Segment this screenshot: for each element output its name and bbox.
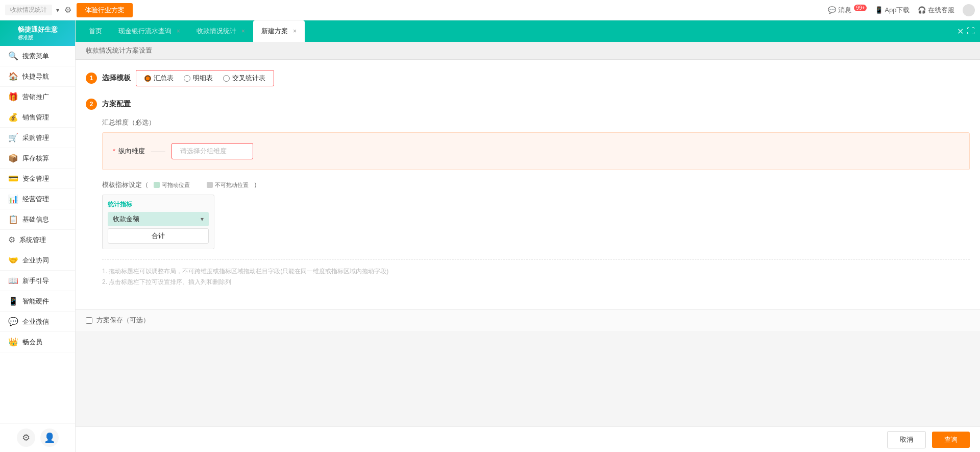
sidebar-label-finance: 资金管理 [22,174,49,183]
tab-bank-flow-close[interactable]: × [177,28,180,35]
trial-button[interactable]: 体验行业方案 [77,3,133,17]
sidebar-label-collab: 企业协同 [22,256,49,265]
indicator-section-label: 统计指标 [108,200,209,209]
sidebar-item-purchase[interactable]: 🛒 采购管理 [0,128,75,148]
radio-cross-input[interactable] [223,75,230,82]
radio-cross[interactable]: 交叉统计表 [223,74,265,83]
save-label: 方案保存（可选） [96,316,150,325]
section1-number: 1 [86,73,97,84]
download-item[interactable]: 📱 App下载 [875,6,910,15]
tips-section: 1. 拖动标题栏可以调整布局，不可跨维度或指标区域拖动栏目字段(只能在同一维度或… [102,259,970,287]
sidebar-settings-btn[interactable]: ⚙ [17,429,35,447]
box-icon: 📦 [8,153,18,163]
breadcrumb-dropdown[interactable]: ▾ [56,7,59,14]
indicator-card-collection[interactable]: 收款金额 ▾ [108,212,209,226]
save-checkbox[interactable] [86,317,92,324]
gear-icon[interactable]: ⚙ [64,5,71,15]
brand-subtitle: 标准版 [18,34,58,41]
sidebar-item-inventory[interactable]: 📦 库存核算 [0,148,75,169]
main-layout: 畅捷通好生意 标准版 🔍 搜索菜单 🏠 快捷导航 🎁 营销推广 💰 销售管理 🛒… [0,20,980,452]
no-drag-dot [207,182,213,188]
template-selection-box: 汇总表 明细表 交叉统计表 [136,70,274,86]
radio-detail-input[interactable] [184,75,190,82]
drag-label-text: 模板指标设定（ [102,180,149,189]
avatar[interactable] [963,4,975,16]
section2-header: 2 方案配置 [86,99,970,110]
sidebar-item-sales[interactable]: 💰 销售管理 [0,107,75,128]
page-content: 收款情况统计方案设置 1 选择模板 汇总表 [76,42,980,426]
top-bar-left: 收款情况统计 ▾ ⚙ 体验行业方案 [5,3,828,17]
sidebar-label-search: 搜索菜单 [22,52,49,61]
section2-number: 2 [86,99,97,110]
tab-home[interactable]: 首页 [81,20,110,42]
sidebar-item-quick-nav[interactable]: 🏠 快捷导航 [0,66,75,87]
indicator-chevron-icon[interactable]: ▾ [201,216,204,223]
sidebar-item-marketing[interactable]: 🎁 营销推广 [0,87,75,107]
drag-separator [195,180,202,189]
sidebar-label-inventory: 库存核算 [22,154,49,163]
cancel-button[interactable]: 取消 [887,431,926,448]
sidebar-item-system[interactable]: ⚙ 系统管理 [0,230,75,250]
sidebar-user-btn[interactable]: 👤 [40,429,59,447]
sidebar-item-operations[interactable]: 📊 经营管理 [0,189,75,209]
radio-cross-label: 交叉统计表 [232,74,265,83]
sidebar: 畅捷通好生意 标准版 🔍 搜索菜单 🏠 快捷导航 🎁 营销推广 💰 销售管理 🛒… [0,20,76,452]
indicator-card-area: 统计指标 收款金额 ▾ 合计 [102,195,214,249]
arrow-icon: —— [151,147,165,155]
radio-summary[interactable]: 汇总表 [144,74,174,83]
sidebar-label-system: 系统管理 [19,235,46,245]
service-item[interactable]: 🎧 在线客服 [918,6,954,15]
sidebar-bottom: ⚙ 👤 [0,423,75,452]
sidebar-item-guide[interactable]: 📖 新手引导 [0,271,75,291]
sidebar-item-base-info[interactable]: 📋 基础信息 [0,209,75,230]
drag-unmovable-label: 不可拖动位置 [215,181,249,189]
footer-save: 方案保存（可选） [76,309,980,331]
tab-bar: 首页 现金银行流水查询 × 收款情况统计 × 新建方案 × ✕ ⛶ [76,20,980,42]
indicator-total: 合计 [108,228,209,244]
page-header-text: 收款情况统计方案设置 [86,46,152,54]
search-icon: 🔍 [8,51,18,61]
phone-icon: 📱 [8,296,18,306]
crown-icon: 👑 [8,337,18,347]
sidebar-label-guide: 新手引导 [22,276,49,286]
sidebar-label-member: 畅会员 [22,338,42,347]
indicator-card-label: 收款金额 [113,215,139,224]
page-body: 1 选择模板 汇总表 明细表 [76,60,980,309]
vertical-dim-label: * 纵向维度 [113,147,145,156]
tab-home-label: 首页 [89,27,102,36]
sidebar-item-wechat[interactable]: 💬 企业微信 [0,312,75,332]
drag-dot [154,182,160,188]
dimension-area: * 纵向维度 —— 请选择分组维度 [102,132,970,170]
tab-collection-stat-close[interactable]: × [241,28,245,35]
radio-detail-label: 明细表 [193,74,213,83]
sidebar-item-member[interactable]: 👑 畅会员 [0,332,75,352]
money-icon: 💰 [8,112,18,122]
radio-summary-label: 汇总表 [154,74,174,83]
sidebar-item-collab[interactable]: 🤝 企业协同 [0,250,75,271]
sidebar-item-smart-hw[interactable]: 📱 智能硬件 [0,291,75,312]
notification-item[interactable]: 💬 消息 99+ [828,5,867,15]
bottom-bar: 取消 查询 [76,426,980,452]
home-icon: 🏠 [8,72,18,81]
tab-collection-stat[interactable]: 收款情况统计 × [188,20,253,42]
radio-summary-input[interactable] [144,75,151,82]
tab-expand-icon[interactable]: ⛶ [967,27,975,36]
dimension-select[interactable]: 请选择分组维度 [172,143,253,159]
sidebar-item-search[interactable]: 🔍 搜索菜单 [0,46,75,66]
tab-new-plan[interactable]: 新建方案 × [253,20,305,42]
tab-bank-flow-label: 现金银行流水查询 [118,27,172,36]
tab-new-plan-close[interactable]: × [293,28,297,35]
dimension-section-label: 汇总维度（必选） [102,118,970,127]
sidebar-item-finance[interactable]: 💳 资金管理 [0,169,75,189]
sidebar-label-base-info: 基础信息 [22,215,49,224]
card-icon: 💳 [8,174,18,183]
tab-close-all-icon[interactable]: ✕ [957,27,964,36]
sidebar-label-operations: 经营管理 [22,195,49,204]
query-button[interactable]: 查询 [932,432,970,448]
tab-bank-flow[interactable]: 现金银行流水查询 × [110,20,188,42]
dimension-row: * 纵向维度 —— 请选择分组维度 [113,143,959,159]
section2-title: 方案配置 [102,100,131,109]
radio-detail[interactable]: 明细表 [184,74,213,83]
section1-header: 1 选择模板 汇总表 明细表 [86,70,970,86]
service-label: 在线客服 [928,6,954,14]
